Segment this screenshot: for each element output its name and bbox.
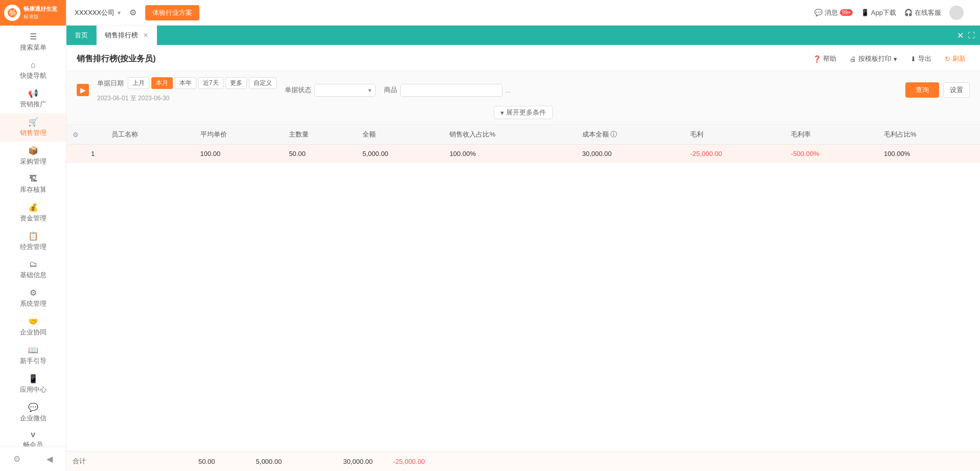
- goods-label: 商品: [384, 85, 397, 95]
- sidebar-item-cooperation[interactable]: 🤝 企业协同: [0, 312, 66, 341]
- col-cost-total: 成本全额 ⓘ: [576, 125, 685, 145]
- col-sales-pct: 销售收入占比%: [443, 125, 576, 145]
- custom-date-btn[interactable]: 自定义: [249, 77, 277, 89]
- filter-settings-btn[interactable]: 设置: [943, 82, 970, 98]
- row-gross-profit: -25,000.00: [684, 145, 785, 163]
- finance-icon: 💰: [28, 203, 38, 212]
- sidebar-nav: ☰ 搜索菜单 ⌂ 快捷导航 📢 营销推广 🛒 销售管理 📦 采购管理 🏗 库存核…: [0, 26, 66, 446]
- data-table: ⚙ 员工名称 平均单价 主数量 全额 销售收入占比% 成本全额 ⓘ 毛利 毛利率…: [66, 125, 980, 163]
- expand-more-btn[interactable]: ▾ 展开更多条件: [494, 106, 553, 119]
- trial-button[interactable]: 体验行业方案: [145, 5, 199, 20]
- sidebar-item-member[interactable]: V 畅会员: [0, 427, 66, 446]
- col-settings[interactable]: ⚙: [66, 125, 85, 145]
- settings-gear-btn[interactable]: ⚙: [126, 6, 140, 20]
- marketing-icon: 📢: [28, 88, 38, 98]
- appstore-icon: 📱: [28, 374, 38, 384]
- sidebar-item-appstore[interactable]: 📱 应用中心: [0, 370, 66, 398]
- sales-icon: 🛒: [28, 117, 38, 127]
- tab-home[interactable]: 首页: [66, 26, 97, 45]
- table-header-row: ⚙ 员工名称 平均单价 主数量 全额 销售收入占比% 成本全额 ⓘ 毛利 毛利率…: [66, 125, 980, 145]
- sidebar-item-wechat[interactable]: 💬 企业微信: [0, 398, 66, 427]
- help-button[interactable]: ❓ 帮助: [809, 52, 840, 65]
- last-7days-btn[interactable]: 近7天: [198, 77, 223, 89]
- sidebar-item-guide[interactable]: 📖 新手引导: [0, 341, 66, 370]
- row-total: 5,000.00: [356, 145, 443, 163]
- footer-cost-total: 30,000.00: [343, 458, 373, 465]
- status-select[interactable]: [314, 84, 376, 97]
- app-download-btn[interactable]: 📱 App下载: [861, 8, 896, 17]
- message-badge: 99+: [840, 9, 853, 16]
- footer-gross-profit: -25,000.00: [393, 458, 425, 465]
- sidebar-item-basicinfo[interactable]: 🗂 基础信息: [0, 256, 66, 284]
- sidebar-item-label: 库存核算: [20, 185, 47, 194]
- chevron-down-icon: ▾: [118, 9, 121, 16]
- row-name: [105, 145, 194, 163]
- filter-expand-row: ▾ 展开更多条件: [77, 103, 970, 120]
- sidebar-item-management[interactable]: 📋 经营管理: [0, 227, 66, 256]
- help-icon: ❓: [813, 55, 821, 63]
- filter-collapse-btn[interactable]: ▶: [77, 84, 89, 96]
- col-total: 全额: [356, 125, 443, 145]
- sidebar-logo: 畅 畅康通好生意 标准版: [0, 0, 66, 26]
- filter-area: ▶ 单据日期 上月 本月 本年 近7天 更多 自定义 2023-06-01: [66, 71, 980, 125]
- sidebar-item-inventory[interactable]: 🏗 库存核算: [0, 170, 66, 198]
- print-button[interactable]: 🖨 按模板打印 ▾: [846, 52, 901, 65]
- sidebar-item-label: 销售管理: [20, 128, 47, 138]
- sidebar-item-sales[interactable]: 🛒 销售管理: [0, 113, 66, 142]
- table-row: 1 100.00 50.00 5,000.00 100.00% 30,000.0…: [66, 145, 980, 163]
- collapse-btn[interactable]: ◀: [43, 451, 56, 467]
- status-filter: 单据状态: [285, 84, 376, 97]
- tab-close-icon[interactable]: ✕: [143, 32, 148, 39]
- table-footer: 合计 50.00 5,000.00 30,000.00 -25,000.00: [66, 451, 980, 471]
- home-icon: ⌂: [31, 60, 36, 70]
- page-header: 销售排行榜(按业务员) ❓ 帮助 🖨 按模板打印 ▾ ⬇ 导出 ↻ 刷新: [66, 45, 980, 71]
- tab-sales-ranking[interactable]: 销售排行榜 ✕: [97, 26, 157, 45]
- sidebar-item-label: 企业微信: [20, 414, 47, 423]
- sidebar-item-marketing[interactable]: 📢 营销推广: [0, 84, 66, 113]
- logo-sub: 标准版: [24, 13, 57, 20]
- export-button[interactable]: ⬇ 导出: [906, 52, 936, 65]
- sidebar: 畅 畅康通好生意 标准版 ☰ 搜索菜单 ⌂ 快捷导航 📢 营销推广 🛒 销售管理…: [0, 0, 66, 471]
- sidebar-item-system[interactable]: ⚙ 系统管理: [0, 284, 66, 312]
- last-month-btn[interactable]: 上月: [128, 77, 149, 89]
- query-button[interactable]: 查询: [905, 82, 939, 98]
- settings-bottom-btn[interactable]: ⚙: [10, 451, 24, 467]
- online-service-btn[interactable]: 🎧 在线客服: [904, 8, 941, 17]
- company-name: XXXXXX公司: [75, 8, 115, 17]
- col-gross-margin: 毛利率: [785, 125, 878, 145]
- cooperation-icon: 🤝: [28, 317, 38, 326]
- refresh-button[interactable]: ↻ 刷新: [941, 52, 970, 65]
- print-chevron-icon: ▾: [894, 55, 897, 63]
- sidebar-item-quicknav[interactable]: ⌂ 快捷导航: [0, 56, 66, 84]
- row-gross-margin: -500.00%: [785, 145, 878, 163]
- more-date-btn[interactable]: 更多: [225, 77, 247, 89]
- message-label: 消息: [825, 8, 838, 17]
- col-main-qty: 主数量: [283, 125, 356, 145]
- management-icon: 📋: [28, 231, 38, 241]
- date-label: 单据日期: [97, 79, 124, 88]
- sidebar-item-search[interactable]: ☰ 搜索菜单: [0, 28, 66, 56]
- refresh-icon: ↻: [945, 55, 950, 63]
- goods-more-btn[interactable]: ...: [506, 86, 511, 94]
- tab-bar-right: ✕ ⛶: [952, 31, 980, 40]
- content: 销售排行榜(按业务员) ❓ 帮助 🖨 按模板打印 ▾ ⬇ 导出 ↻ 刷新: [66, 45, 980, 471]
- sidebar-item-purchase[interactable]: 📦 采购管理: [0, 142, 66, 170]
- export-icon: ⬇: [910, 55, 916, 63]
- window-close-icon[interactable]: ✕: [957, 31, 964, 40]
- company-select[interactable]: XXXXXX公司 ▾: [75, 8, 121, 17]
- this-month-btn[interactable]: 本月: [151, 77, 173, 89]
- this-year-btn[interactable]: 本年: [175, 77, 196, 89]
- window-restore-icon[interactable]: ⛶: [968, 31, 975, 39]
- col-gross-profit: 毛利: [684, 125, 785, 145]
- message-button[interactable]: 💬 消息 99+: [814, 8, 853, 17]
- sidebar-item-label: 搜索菜单: [20, 43, 47, 52]
- sidebar-item-finance[interactable]: 💰 资金管理: [0, 198, 66, 227]
- member-icon: V: [31, 431, 35, 439]
- page-title: 销售排行榜(按业务员): [77, 54, 156, 64]
- row-cost-total: 30,000.00: [576, 145, 685, 163]
- sidebar-item-label: 经营管理: [20, 242, 47, 252]
- row-gp-pct: 100.00%: [878, 145, 980, 163]
- sidebar-item-label: 新手引导: [20, 356, 47, 366]
- goods-input[interactable]: [400, 84, 503, 97]
- col-rank: [85, 125, 105, 145]
